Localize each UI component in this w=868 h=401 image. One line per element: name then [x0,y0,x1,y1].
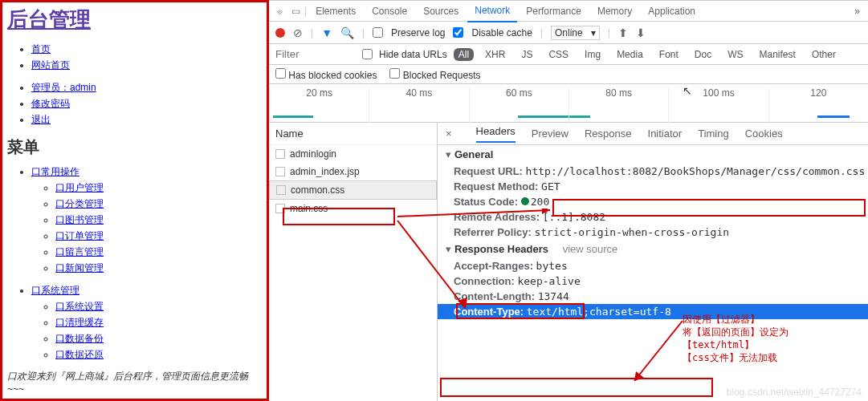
dtab-headers[interactable]: Headers [476,125,516,143]
type-ws[interactable]: WS [723,48,748,61]
status-dot-icon [521,197,529,205]
general-toggle-icon[interactable]: ▾ [446,148,451,160]
tabs-more-icon[interactable]: » [850,6,865,17]
tab-elements[interactable]: Elements [308,1,363,22]
req-main-css[interactable]: main.css [269,200,437,217]
welcome-text: 口欢迎来到『网上商城』后台程序，管理页面信息更流畅~~~ [7,370,262,395]
tl-20: 20 ms [306,87,332,99]
download-icon[interactable]: ⬇ [636,26,646,39]
nav-home[interactable]: 首页 [31,43,51,55]
type-img[interactable]: Img [580,48,605,61]
type-font[interactable]: Font [654,48,683,61]
menu-book[interactable]: 口图书管理 [55,214,104,225]
method-value: GET [541,180,560,192]
nav-admin[interactable]: 管理员：admin [31,82,96,93]
tl-100: 100 ms [703,87,734,99]
status-value: 200 [531,196,549,208]
type-css[interactable]: CSS [544,48,573,61]
view-source-link[interactable]: view source [563,243,618,255]
block-bar: Has blocked cookies Blocked Requests [269,65,868,84]
menu-settings[interactable]: 口系统设置 [55,301,104,312]
ref-value: strict-origin-when-cross-origin [534,226,729,238]
close-details-icon[interactable]: × [446,128,452,140]
tab-memory[interactable]: Memory [590,1,639,22]
menu-cache[interactable]: 口清理缓存 [55,317,104,328]
admin-panel: 后台管理 首页 网站首页 管理员：admin 修改密码 退出 菜单 口常用操作 … [0,0,269,401]
menu-backup[interactable]: 口数据备份 [55,333,104,344]
ct-key: Content-Type: [454,306,524,318]
menu-category[interactable]: 口分类管理 [55,198,104,209]
search-icon[interactable]: 🔍 [340,26,354,39]
dtab-cookies[interactable]: Cookies [745,128,783,140]
menu-restore[interactable]: 口数据还原 [55,349,104,360]
menu-message[interactable]: 口留言管理 [55,246,104,257]
admin-title: 后台管理 [7,6,262,34]
ref-key: Referrer Policy: [454,226,532,238]
blocked-req-label: Blocked Requests [403,70,481,81]
cl-value: 13744 [538,290,569,302]
nav-password[interactable]: 修改密码 [31,98,70,109]
dtab-preview[interactable]: Preview [532,128,568,140]
filter-input[interactable] [275,48,356,60]
type-xhr[interactable]: XHR [480,48,510,61]
ar-value: bytes [536,260,568,272]
menu-order[interactable]: 口订单管理 [55,230,104,241]
request-list: Name adminlogin admin_index.jsp common.c… [269,123,438,401]
type-manifest[interactable]: Manifest [755,48,801,61]
conn-key: Connection: [454,275,515,287]
device-icon[interactable]: ▭ [288,6,303,17]
hide-urls-checkbox[interactable] [362,49,373,59]
resp-toggle-icon[interactable]: ▾ [446,243,451,255]
url-key: Request URL: [454,165,523,177]
timeline[interactable]: 20 ms 40 ms 60 ms 80 ms 100 ms 120 [269,84,868,123]
cursor-icon: ↖ [683,84,692,97]
tab-console[interactable]: Console [365,1,414,22]
type-other[interactable]: Other [807,48,841,61]
type-doc[interactable]: Doc [690,48,716,61]
method-key: Request Method: [454,180,538,192]
resp-heading: Response Headers [454,243,548,255]
dtab-response[interactable]: Response [585,128,632,140]
disable-cache-checkbox[interactable] [453,27,463,38]
menu-common[interactable]: 口常用操作 [31,166,79,177]
menu-news[interactable]: 口新闻管理 [55,262,104,273]
dtab-timing[interactable]: Timing [698,128,729,140]
blocked-cookies-label: Has blocked cookies [288,70,377,81]
type-js[interactable]: JS [516,48,537,61]
preserve-log-checkbox[interactable] [373,27,383,38]
blocked-req-checkbox[interactable] [389,68,400,79]
filter-icon[interactable]: ▼ [321,26,332,39]
req-common-css[interactable]: common.css [269,180,437,200]
type-all[interactable]: All [454,48,474,61]
record-button[interactable] [275,28,285,38]
general-heading: General [454,148,493,160]
tl-80: 80 ms [605,87,632,99]
tab-performance[interactable]: Performance [519,1,589,22]
req-adminlogin[interactable]: adminlogin [269,145,437,163]
tab-application[interactable]: Application [641,1,703,22]
tab-sources[interactable]: Sources [416,1,466,22]
name-column-header[interactable]: Name [269,123,437,145]
throttling-select[interactable]: Online ▾ [551,26,600,40]
req-admin-index[interactable]: admin_index.jsp [269,163,437,180]
url-value: http://localhost:8082/BookShops/Manager/… [526,165,866,177]
dtab-initiator[interactable]: Initiator [648,128,683,140]
nav-site-home[interactable]: 网站首页 [31,59,70,71]
tab-network[interactable]: Network [467,0,517,22]
clear-icon[interactable]: ⊘ [293,26,303,39]
ct-value: text/html;charset=utf-8 [527,306,671,318]
preserve-log-label: Preserve log [391,27,445,38]
cl-key: Content-Length: [454,290,535,302]
blocked-cookies-checkbox[interactable] [275,68,286,79]
upload-icon[interactable]: ⬆ [618,26,628,39]
hide-urls-label: Hide data URLs [379,49,447,60]
request-details: × Headers Preview Response Initiator Tim… [438,123,868,401]
devtools-tabs: ⟐ ▭ | Elements Console Sources Network P… [269,1,868,22]
tl-60: 60 ms [506,87,532,99]
inspect-icon[interactable]: ⟐ [272,6,287,17]
annotation-text: 因使用【过滤器】 将【返回的页面】设定为 【text/html】 【css文件】… [683,313,789,364]
menu-system[interactable]: 口系统管理 [31,285,79,296]
menu-user[interactable]: 口用户管理 [55,182,104,193]
type-media[interactable]: Media [612,48,648,61]
nav-logout[interactable]: 退出 [31,114,51,125]
